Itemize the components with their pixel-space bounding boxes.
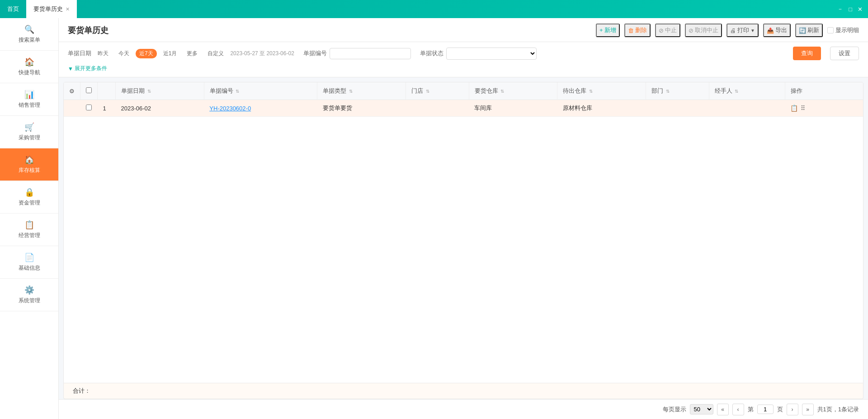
table-body: 1 2023-06-02 YH-20230602-0 要货单要货 车间库 原材料…	[64, 100, 863, 117]
page-label: 第	[748, 405, 754, 414]
row-bill-type-cell: 要货单要货	[317, 100, 406, 117]
bill-no-col-header[interactable]: 单据编号 ⇅	[204, 82, 317, 100]
sort-req-warehouse-icon: ⇅	[500, 89, 504, 94]
filter-row-2: ▼ 展开更多条件	[68, 62, 859, 72]
date-yesterday[interactable]: 昨天	[94, 49, 112, 58]
more-action-icon[interactable]: ⠿	[801, 105, 805, 112]
sort-dept-icon: ⇅	[666, 89, 670, 94]
display-detail-label: 显示明细	[835, 26, 859, 34]
sidebar-item-operations[interactable]: 📋 经营管理	[0, 214, 58, 246]
tab-home[interactable]: 首页	[0, 0, 26, 18]
last-page-button[interactable]: »	[802, 404, 814, 415]
row-pending-warehouse-cell: 原材料仓库	[557, 100, 646, 117]
first-page-button[interactable]: «	[717, 404, 729, 415]
expand-label: 展开更多条件	[75, 65, 107, 72]
cancel-stop-icon: ⊘	[689, 27, 693, 34]
maximize-icon[interactable]: □	[849, 6, 852, 13]
row-action-cell: 📋 ⠿	[785, 100, 863, 117]
sort-store-icon: ⇅	[426, 89, 429, 94]
page-title-row: 要货单历史 + 新增 🗑 删除 ⊘ 中止 ⊘ 取消中止	[68, 24, 859, 37]
row-bill-no-cell: YH-20230602-0	[204, 100, 317, 117]
sidebar-item-label-finance: 资金管理	[19, 199, 40, 207]
setting-button[interactable]: 设置	[830, 47, 859, 60]
table-footer: 合计：	[63, 383, 863, 399]
summary-label: 合计：	[73, 387, 90, 394]
req-warehouse-col-header[interactable]: 要货仓库 ⇅	[469, 82, 557, 100]
sidebar-item-sales[interactable]: 📊 销售管理	[0, 83, 58, 116]
action-icons: 📋 ⠿	[790, 105, 858, 112]
bill-no-input[interactable]	[330, 48, 411, 59]
top-bar: 首页 要货单历史 ✕ － □ ✕	[0, 0, 868, 18]
prev-page-button[interactable]: ‹	[732, 404, 744, 415]
sales-icon: 📊	[24, 90, 34, 100]
tab-requisition-history[interactable]: 要货单历史 ✕	[26, 0, 77, 18]
store-col-header[interactable]: 门店 ⇅	[406, 82, 469, 100]
row-index-cell: 1	[98, 100, 116, 117]
next-page-button[interactable]: ›	[787, 404, 798, 415]
print-button[interactable]: 🖨 打印 ▼	[726, 24, 759, 37]
page-number-input[interactable]	[757, 405, 774, 414]
sidebar-item-finance[interactable]: 🔒 资金管理	[0, 181, 58, 214]
main-layout: 🔍 搜索菜单 🏠 快捷导航 📊 销售管理 🛒 采购管理 🏠 库存核算 🔒 资金管…	[0, 18, 868, 419]
first-page-icon: «	[721, 406, 724, 413]
finance-icon: 🔒	[24, 187, 34, 197]
sidebar-item-purchase[interactable]: 🛒 采购管理	[0, 116, 58, 148]
table-row: 1 2023-06-02 YH-20230602-0 要货单要货 车间库 原材料…	[64, 100, 863, 117]
settings-col-header[interactable]: ⚙	[64, 82, 80, 100]
edit-action-icon[interactable]: 📋	[790, 105, 798, 112]
cancel-stop-button[interactable]: ⊘ 取消中止	[685, 24, 722, 37]
handler-col-header[interactable]: 经手人 ⇅	[709, 82, 785, 100]
row-checkbox[interactable]	[86, 105, 92, 110]
prev-page-icon: ‹	[737, 406, 739, 413]
date-more[interactable]: 更多	[183, 49, 201, 58]
refresh-icon: 🔄	[799, 27, 806, 34]
purchase-icon: 🛒	[24, 122, 34, 132]
close-window-icon[interactable]: ✕	[858, 6, 863, 13]
export-button[interactable]: 📤 导出	[763, 24, 791, 37]
bill-no-link[interactable]: YH-20230602-0	[209, 105, 251, 112]
tab-bar: 首页 要货单历史 ✕	[0, 0, 837, 18]
data-table: ⚙ 单据日期 ⇅ 单据编号 ⇅	[64, 82, 863, 117]
delete-button[interactable]: 🗑 删除	[624, 24, 651, 37]
action-col-header: 操作	[785, 82, 863, 100]
checkbox-col-header[interactable]	[80, 82, 98, 100]
print-label: 打印	[737, 26, 749, 34]
display-detail-checkbox[interactable]	[827, 27, 834, 33]
tab-home-label: 首页	[7, 5, 19, 13]
date-today[interactable]: 今天	[115, 49, 133, 58]
refresh-button[interactable]: 🔄 刷新	[795, 24, 823, 37]
bill-type-col-header[interactable]: 单据类型 ⇅	[317, 82, 406, 100]
row-req-warehouse-cell: 车间库	[469, 100, 557, 117]
sidebar-item-system[interactable]: ⚙️ 系统管理	[0, 279, 58, 311]
row-checkbox-cell[interactable]	[80, 100, 98, 117]
stop-button[interactable]: ⊘ 中止	[655, 24, 680, 37]
date-custom[interactable]: 自定义	[204, 49, 227, 58]
sidebar-item-label-system: 系统管理	[19, 297, 40, 305]
sidebar-item-label-inventory: 库存核算	[19, 167, 40, 174]
last-page-icon: »	[806, 406, 809, 413]
basic-info-icon: 📄	[24, 252, 34, 262]
select-all-checkbox[interactable]	[86, 87, 92, 93]
sidebar-item-inventory[interactable]: 🏠 库存核算	[0, 148, 58, 181]
minimize-icon[interactable]: －	[837, 5, 843, 13]
stop-label: 中止	[665, 26, 677, 34]
pending-warehouse-col-header[interactable]: 待出仓库 ⇅	[557, 82, 646, 100]
date-filter-group: 单据日期 昨天 今天 近7天 近1月 更多 自定义 2023-05-27 至 2…	[68, 49, 294, 58]
sidebar-item-basic-info[interactable]: 📄 基础信息	[0, 246, 58, 279]
per-page-select[interactable]: 50 10 20 100	[690, 404, 713, 414]
expand-filter-button[interactable]: ▼ 展开更多条件	[68, 65, 107, 72]
delete-label: 删除	[635, 26, 647, 34]
date-7days[interactable]: 近7天	[136, 49, 157, 58]
sidebar-item-label-search: 搜索菜单	[19, 36, 40, 44]
display-detail-toggle[interactable]: 显示明细	[827, 26, 859, 34]
bill-date-col-header[interactable]: 单据日期 ⇅	[116, 82, 204, 100]
dept-col-header[interactable]: 部门 ⇅	[646, 82, 709, 100]
export-icon: 📤	[767, 27, 774, 34]
tab-close-icon[interactable]: ✕	[66, 6, 70, 12]
date-1month[interactable]: 近1月	[160, 49, 181, 58]
sidebar-item-quick-nav[interactable]: 🏠 快捷导航	[0, 51, 58, 83]
query-button[interactable]: 查询	[793, 47, 821, 60]
sidebar-item-search-menu[interactable]: 🔍 搜索菜单	[0, 18, 58, 51]
status-select[interactable]	[446, 48, 537, 60]
new-button[interactable]: + 新增	[596, 24, 620, 37]
